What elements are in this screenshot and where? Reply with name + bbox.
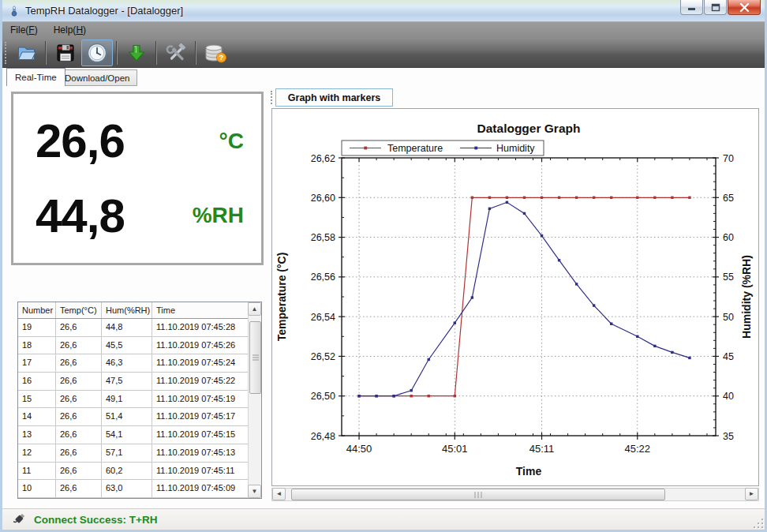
minimize-button[interactable] xyxy=(680,0,703,15)
window-title: TempRH Datalogger - [Datalogger] xyxy=(25,5,183,17)
temperature-row: 26,6 °C xyxy=(13,114,261,168)
vertical-scroll-thumb[interactable] xyxy=(249,321,261,394)
table-cell: 49,1 xyxy=(102,391,152,408)
table-cell: 11.10.2019 07:45:26 xyxy=(152,337,248,354)
toolbar-button-save[interactable] xyxy=(50,39,81,66)
svg-text:26,60: 26,60 xyxy=(311,193,335,204)
table-cell: 11.10.2019 07:45:11 xyxy=(152,463,248,480)
svg-text:Time: Time xyxy=(516,465,542,478)
svg-text:45:22: 45:22 xyxy=(625,443,651,455)
menu-help-mnemonic: H xyxy=(76,24,83,36)
table-cell: 11 xyxy=(18,463,56,480)
table-cell: 26,6 xyxy=(56,391,102,408)
table-body: 1926,644,811.10.2019 07:45:281826,645,51… xyxy=(18,319,248,498)
thumb-grip xyxy=(253,355,259,361)
table-scrollbar[interactable]: ▲ ▼ xyxy=(248,302,261,498)
table-cell: 63,0 xyxy=(102,480,152,497)
table-cell: 11.10.2019 07:45:24 xyxy=(152,354,248,372)
table-cell: 11.10.2019 07:45:19 xyxy=(152,391,248,408)
graph-toolbar-grip[interactable] xyxy=(271,91,273,104)
table-cell: 26,6 xyxy=(56,337,102,354)
svg-text:70: 70 xyxy=(723,153,734,164)
temperature-value: 26,6 xyxy=(36,114,219,168)
svg-text:40: 40 xyxy=(723,391,734,402)
horizontal-scroll-thumb[interactable] xyxy=(291,489,665,500)
table-row[interactable]: 1626,647,511.10.2019 07:45:22 xyxy=(18,373,248,391)
table-cell: 11.10.2019 07:45:13 xyxy=(152,444,248,462)
main-toolbar: ? xyxy=(2,38,765,68)
svg-text:Humidity: Humidity xyxy=(496,143,535,154)
table-cell: 26,6 xyxy=(56,480,102,497)
datalogger-chart-svg[interactable]: 44:5045:0145:1145:2226,4826,5026,5226,54… xyxy=(272,109,758,485)
table-cell: 15 xyxy=(18,391,56,408)
column-header-hum[interactable]: Hum(%RH) xyxy=(102,302,152,318)
toolbar-button-download[interactable] xyxy=(121,39,152,66)
menu-help[interactable]: Help(H) xyxy=(46,23,94,37)
humidity-row: 44,8 %RH xyxy=(13,189,261,243)
table-row[interactable]: 1126,660,211.10.2019 07:45:11 xyxy=(18,463,248,481)
tab-real-time-label: Real-Time xyxy=(15,73,57,82)
table-cell: 45,5 xyxy=(102,337,152,354)
menu-help-label-end: ) xyxy=(83,24,86,36)
scroll-up-button[interactable]: ▲ xyxy=(248,302,261,316)
toolbar-grip[interactable] xyxy=(5,42,7,64)
readings-table: Number Temp(°C) Hum(%RH) Time 1926,644,8… xyxy=(17,302,262,499)
table-row[interactable]: 1926,644,811.10.2019 07:45:28 xyxy=(18,319,248,337)
table-row[interactable]: 1526,649,111.10.2019 07:45:19 xyxy=(18,391,248,409)
table-row[interactable]: 1826,645,511.10.2019 07:45:26 xyxy=(18,337,248,355)
column-header-number[interactable]: Number xyxy=(18,302,56,318)
table-cell: 54,1 xyxy=(102,426,152,444)
table-row[interactable]: 1026,663,011.10.2019 07:45:09 xyxy=(18,480,248,498)
table-cell: 14 xyxy=(18,408,56,425)
scroll-down-button[interactable]: ▼ xyxy=(248,485,261,498)
table-row[interactable]: 1226,657,111.10.2019 07:45:13 xyxy=(18,444,248,463)
window-controls xyxy=(679,0,761,15)
table-cell: 13 xyxy=(18,426,56,444)
toolbar-button-settings[interactable] xyxy=(160,39,192,66)
readings-table-main: Number Temp(°C) Hum(%RH) Time 1926,644,8… xyxy=(18,302,248,498)
toolbar-button-open-file[interactable] xyxy=(10,39,42,66)
realtime-display-panel: 26,6 °C 44,8 %RH xyxy=(11,92,264,265)
table-row[interactable]: 1726,646,311.10.2019 07:45:24 xyxy=(18,354,248,373)
table-cell: 26,6 xyxy=(56,319,102,336)
column-header-time[interactable]: Time xyxy=(152,302,248,318)
database-question-icon: ? xyxy=(204,43,227,63)
window-resize-grip[interactable] xyxy=(754,519,763,528)
table-cell: 26,6 xyxy=(56,354,102,372)
svg-text:Humidity (%RH): Humidity (%RH) xyxy=(740,255,753,339)
table-header: Number Temp(°C) Hum(%RH) Time xyxy=(18,302,248,319)
svg-text:44:50: 44:50 xyxy=(346,443,372,455)
graph-horizontal-scrollbar[interactable]: ◄ ► xyxy=(271,488,759,501)
clock-icon xyxy=(86,42,108,64)
table-cell: 26,6 xyxy=(56,463,102,480)
table-cell: 11.10.2019 07:45:17 xyxy=(152,408,248,425)
tab-download-open[interactable]: Download/Open xyxy=(57,69,137,86)
table-cell: 11.10.2019 07:45:09 xyxy=(152,480,248,497)
close-button[interactable] xyxy=(728,0,761,15)
svg-text:26,52: 26,52 xyxy=(311,351,335,362)
menu-file[interactable]: File(F) xyxy=(2,23,46,37)
table-cell: 44,8 xyxy=(102,319,152,336)
svg-text:50: 50 xyxy=(723,312,734,323)
table-row[interactable]: 1326,654,111.10.2019 07:45:15 xyxy=(18,426,248,444)
thumb-grip xyxy=(475,492,482,498)
table-cell: 18 xyxy=(18,337,56,354)
toolbar-separator xyxy=(45,41,47,65)
table-cell: 11.10.2019 07:45:28 xyxy=(152,319,248,336)
toolbar-button-data-query[interactable]: ? xyxy=(200,39,231,66)
svg-text:35: 35 xyxy=(723,431,734,442)
svg-text:Temperature: Temperature xyxy=(387,143,443,154)
table-cell: 19 xyxy=(18,319,56,336)
graph-with-markers-button[interactable]: Graph with markers xyxy=(275,88,393,107)
svg-text:26,56: 26,56 xyxy=(311,272,335,283)
scroll-left-button[interactable]: ◄ xyxy=(272,488,286,500)
svg-text:Temperature (°C): Temperature (°C) xyxy=(275,253,288,342)
maximize-button[interactable] xyxy=(704,0,727,15)
table-cell: 57,1 xyxy=(102,444,152,462)
floppy-save-icon xyxy=(55,43,76,63)
column-header-temp[interactable]: Temp(°C) xyxy=(56,302,102,318)
toolbar-button-real-time[interactable] xyxy=(81,39,113,66)
tab-real-time[interactable]: Real-Time xyxy=(6,68,65,86)
scroll-right-button[interactable]: ► xyxy=(745,488,758,500)
table-row[interactable]: 1426,651,411.10.2019 07:45:17 xyxy=(18,408,248,426)
